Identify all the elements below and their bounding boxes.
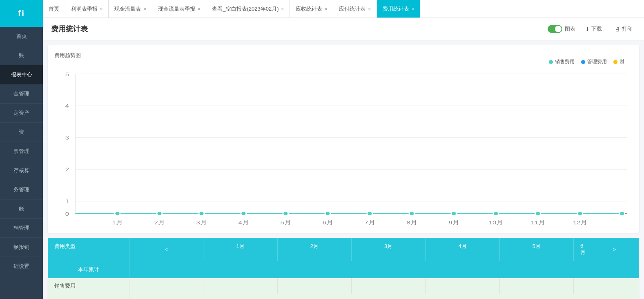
- tab-cashflow[interactable]: 现金流量表 ×: [109, 0, 152, 18]
- svg-point-15: [199, 211, 204, 216]
- svg-point-25: [619, 211, 625, 216]
- svg-text:1: 1: [65, 198, 69, 204]
- row-ytd: [48, 294, 129, 299]
- svg-point-13: [115, 211, 120, 216]
- svg-point-17: [283, 211, 288, 216]
- sidebar-item-ledger[interactable]: 账: [0, 46, 43, 65]
- sidebar-item-assets[interactable]: 定资产: [0, 104, 43, 123]
- row-type: 销售费用: [48, 278, 129, 294]
- svg-text:2月: 2月: [154, 219, 165, 225]
- nav-prev-button[interactable]: <: [129, 238, 203, 261]
- col-mar: 3月: [352, 238, 426, 261]
- tab-cashflow-quarterly[interactable]: 现金流量表季报 ×: [152, 0, 206, 18]
- chart-toggle-label: 图表: [565, 25, 575, 33]
- col-may: 5月: [500, 238, 574, 261]
- col-jan: 1月: [203, 238, 277, 261]
- chart-toggle[interactable]: [548, 25, 562, 33]
- col-ytd: 本年累计: [48, 261, 129, 278]
- table-row: 销售费用: [48, 278, 639, 299]
- page-header: 费用统计表 图表 ⬇ 下载 🖨 打印: [43, 18, 644, 40]
- tab-profit[interactable]: 利润表季报 ×: [65, 0, 109, 18]
- svg-text:9月: 9月: [448, 219, 459, 225]
- page-title: 费用统计表: [51, 24, 88, 34]
- col-type: 费用类型: [48, 238, 129, 261]
- svg-point-21: [451, 211, 457, 216]
- sidebar-item-invoice[interactable]: 票管理: [0, 142, 43, 161]
- chart-toggle-wrap: 图表: [548, 25, 575, 33]
- row-feb: [278, 278, 352, 294]
- tab-payable[interactable]: 应付统计表 ×: [333, 0, 377, 18]
- sidebar-item-home[interactable]: 首页: [0, 27, 43, 46]
- row-nav-next: [590, 278, 639, 294]
- data-table-section: 费用类型 < 1月 2月 3月 4月 5月 6月 > 本年累计 销售费用: [48, 238, 639, 299]
- sidebar-logo: fi: [0, 0, 43, 27]
- col-jun: 6月: [574, 238, 590, 261]
- chart-title: 费用趋势图: [54, 52, 633, 59]
- tab-close-payable[interactable]: ×: [368, 7, 370, 11]
- svg-text:3: 3: [65, 135, 69, 141]
- tab-close-check-blank[interactable]: ×: [281, 7, 284, 11]
- svg-text:5月: 5月: [281, 219, 291, 225]
- svg-point-14: [157, 211, 162, 216]
- svg-point-16: [241, 211, 246, 216]
- sidebar-item-service[interactable]: 务管理: [0, 180, 43, 199]
- row-jan: [203, 278, 277, 294]
- tab-bar: 首页 利润表季报 × 现金流量表 × 现金流量表季报 × 查看_空白报表(202…: [43, 0, 644, 18]
- tab-receivable[interactable]: 应收统计表 ×: [290, 0, 333, 18]
- table-header: 费用类型 < 1月 2月 3月 4月 5月 6月 > 本年累计: [48, 238, 639, 278]
- svg-point-23: [535, 211, 541, 216]
- svg-point-22: [493, 211, 499, 216]
- sidebar-item-capital[interactable]: 资: [0, 123, 43, 142]
- sidebar-item-funds[interactable]: 金管理: [0, 84, 43, 104]
- sidebar-item-settings[interactable]: 础设置: [0, 257, 43, 276]
- row-nav-prev: [129, 278, 203, 294]
- tab-home[interactable]: 首页: [43, 0, 65, 18]
- svg-point-20: [409, 211, 414, 216]
- col-apr: 4月: [426, 238, 499, 261]
- tab-close-cashflow[interactable]: ×: [143, 7, 146, 11]
- sidebar-item-writeoff[interactable]: 畅报销: [0, 238, 43, 257]
- svg-text:7月: 7月: [364, 219, 375, 225]
- svg-text:5: 5: [65, 71, 69, 77]
- download-icon: ⬇: [585, 26, 590, 32]
- svg-text:2: 2: [65, 166, 69, 173]
- svg-text:4月: 4月: [238, 219, 249, 225]
- svg-text:1月: 1月: [112, 219, 123, 225]
- tab-close-cashflow-quarterly[interactable]: ×: [198, 7, 200, 11]
- tab-expense[interactable]: 费用统计表 ×: [377, 0, 420, 18]
- sidebar-item-account[interactable]: 账: [0, 199, 43, 219]
- page-content: 费用统计表 图表 ⬇ 下载 🖨 打印 费用趋势图: [43, 18, 644, 299]
- header-actions: 图表 ⬇ 下载 🖨 打印: [548, 24, 636, 34]
- print-icon: 🖨: [615, 26, 620, 32]
- col-feb: 2月: [278, 238, 352, 261]
- svg-text:10月: 10月: [489, 219, 503, 225]
- chart-svg: 5 4 3 2 1 0: [54, 63, 633, 226]
- tab-close-profit[interactable]: ×: [100, 7, 103, 11]
- row-jun: [574, 278, 590, 294]
- main-area: 首页 利润表季报 × 现金流量表 × 现金流量表季报 × 查看_空白报表(202…: [43, 0, 644, 299]
- svg-text:8月: 8月: [406, 219, 417, 225]
- chart-container: 5 4 3 2 1 0: [54, 63, 633, 226]
- download-button[interactable]: ⬇ 下载: [582, 24, 605, 34]
- svg-text:11月: 11月: [531, 219, 545, 225]
- row-mar: [352, 278, 426, 294]
- sidebar-item-inventory[interactable]: 存核算: [0, 161, 43, 180]
- tab-close-receivable[interactable]: ×: [325, 7, 327, 11]
- svg-point-18: [325, 211, 330, 216]
- row-apr: [426, 278, 499, 294]
- svg-point-19: [367, 211, 372, 216]
- svg-point-24: [577, 211, 583, 216]
- sidebar: fi 首页 账 报表中心 金管理 定资产 资 票管理 存核算 务管理 账 档管理…: [0, 0, 43, 299]
- svg-text:4: 4: [65, 103, 69, 109]
- svg-text:12月: 12月: [573, 219, 587, 225]
- svg-text:0: 0: [65, 210, 69, 217]
- sidebar-item-reports[interactable]: 报表中心: [0, 65, 43, 84]
- print-button[interactable]: 🖨 打印: [612, 24, 636, 34]
- chart-section: 费用趋势图 销售费用 管理费用 财: [48, 45, 639, 233]
- sidebar-item-archive[interactable]: 档管理: [0, 219, 43, 238]
- tab-close-expense[interactable]: ×: [412, 7, 414, 11]
- svg-text:6月: 6月: [323, 219, 333, 225]
- nav-next-button[interactable]: >: [590, 238, 639, 261]
- svg-text:3月: 3月: [196, 219, 207, 225]
- tab-check-blank[interactable]: 查看_空白报表(2023年02月) ×: [206, 0, 290, 18]
